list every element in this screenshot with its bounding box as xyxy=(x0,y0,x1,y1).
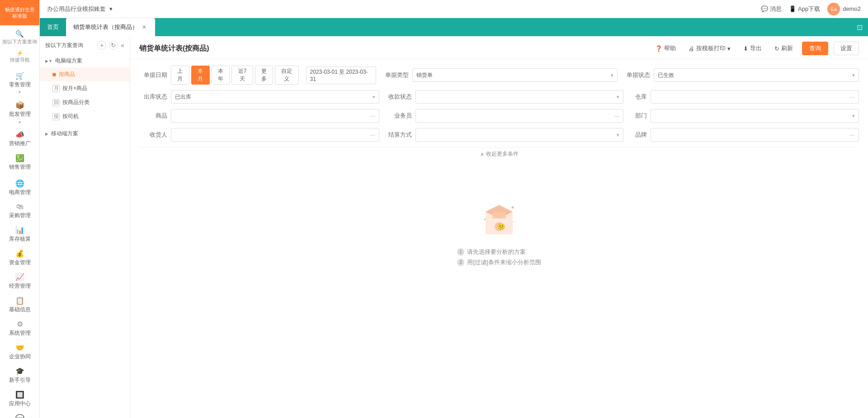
sidebar-item-inventory-label: 库存核算 xyxy=(9,235,31,243)
sidebar-item-finance[interactable]: 💰 资金管理 xyxy=(0,246,39,269)
sidebar-item-inventory[interactable]: 📊 库存核算 xyxy=(0,222,39,246)
industry-dropdown-icon[interactable]: ▾ xyxy=(109,5,113,12)
sidebar-quick-nav[interactable]: ⚡ 快捷导航 xyxy=(0,47,39,66)
app-logo[interactable]: 畅捷通好生意 标准版 xyxy=(0,0,40,25)
empty-step-1: 1 请先选择要分析的方案 xyxy=(457,247,541,257)
sidebar-item-system[interactable]: ⚙ 系统管理 xyxy=(0,316,39,340)
collapse-panel-btn[interactable]: « xyxy=(121,42,124,49)
scheme-item-by-month-product-label: 按月+商品 xyxy=(62,85,87,92)
user-profile-btn[interactable]: Ea demo2 xyxy=(827,3,861,15)
sidebar-item-app-center[interactable]: 🔲 应用中心 xyxy=(0,387,39,410)
right-content: 销货单统计表(按商品) ❓ 帮助 🖨 按模板打印 ▾ ⬇ 导出 xyxy=(130,36,868,418)
sales-stat-tab-label: 销货单统计表（按商品） xyxy=(73,23,138,31)
date-this-year-btn[interactable]: 本年 xyxy=(212,66,230,85)
filter-row-1: 单据日期 上月 本月 本年 近7天 更多 自定义 2023-03-01 至 20… xyxy=(139,66,859,85)
sidebar-search[interactable]: 🔍 按以下方案查询 xyxy=(0,25,39,47)
scheme-item-by-category-label: 按商品分类 xyxy=(62,99,90,106)
sidebar-item-wholesale[interactable]: 📦 批发管理 ▴ xyxy=(0,97,39,127)
salesman-select[interactable]: ··· xyxy=(415,109,624,123)
payment-method-select[interactable] xyxy=(415,128,624,142)
type-filter-wrap: 销货单 xyxy=(412,68,618,82)
message-icon: 💬 xyxy=(761,5,768,12)
product-wrap: ··· xyxy=(171,109,379,123)
ecom-icon: 🌐 xyxy=(15,179,24,188)
pc-section-title[interactable]: ▼ 电脑端方案 xyxy=(40,54,130,67)
svg-text:✦: ✦ xyxy=(513,221,515,223)
sidebar-item-retail[interactable]: 🛒 零售管理 ▾ xyxy=(0,68,39,97)
sidebar-item-ecom[interactable]: 🌐 电商管理 xyxy=(0,176,39,199)
tab-home[interactable]: 首页 xyxy=(40,18,66,36)
sidebar-item-cooperation[interactable]: 🤝 企业协同 xyxy=(0,340,39,363)
month-product-icon: 月 xyxy=(52,85,60,92)
type-filter-select[interactable]: 销货单 xyxy=(412,68,618,82)
date-range-display[interactable]: 2023-03-01 至 2023-03-31 xyxy=(306,66,376,84)
date-7days-btn[interactable]: 近7天 xyxy=(231,66,253,85)
scheme-item-by-driver[interactable]: 按 按司机 xyxy=(40,109,130,124)
sales-icon: 💹 xyxy=(15,154,24,162)
export-btn[interactable]: ⬇ 导出 xyxy=(740,43,765,54)
wechat-icon: 💬 xyxy=(15,414,24,418)
filter-row-4: 收货人 ··· 结算方式 品牌 xyxy=(139,128,859,142)
help-btn[interactable]: ❓ 帮助 xyxy=(651,43,679,54)
tab-expand-btn[interactable]: ⊡ xyxy=(851,23,868,32)
logo-text: 畅捷通好生意 标准版 xyxy=(5,6,35,19)
receive-status-wrap xyxy=(415,90,624,104)
tab-close-btn[interactable]: ✕ xyxy=(141,24,148,31)
sidebar-item-purchase[interactable]: 🛍 采购管理 xyxy=(0,199,39,222)
sidebar-item-basic-info[interactable]: 📋 基础信息 xyxy=(0,293,39,316)
sidebar-item-operations[interactable]: 📈 经营管理 xyxy=(0,269,39,293)
scheme-item-by-category[interactable]: 回 按商品分类 xyxy=(40,95,130,109)
payment-method-wrap xyxy=(415,128,624,142)
sidebar-item-sales[interactable]: 💹 销售管理 xyxy=(0,150,39,174)
warehouse-select[interactable]: ··· xyxy=(651,90,859,104)
template-print-btn[interactable]: 🖨 按模板打印 ▾ xyxy=(685,43,734,54)
type-filter-label: 单据类型 xyxy=(376,71,412,79)
mobile-section-title[interactable]: ▶ 移动端方案 xyxy=(40,127,130,140)
settings-btn[interactable]: 设置 xyxy=(834,42,859,55)
product-select[interactable]: ··· xyxy=(171,109,379,123)
user-avatar: Ea xyxy=(827,3,840,15)
top-header: 办公用品行业模拟账套 ▾ 💬 消息 📱 App下载 Ea demo2 xyxy=(40,0,868,18)
status-filter-wrap: 已生效 xyxy=(654,68,859,82)
empty-icon: 😕 ✦ ✦ ✦ xyxy=(476,196,522,241)
settings-label: 设置 xyxy=(840,45,852,52)
receive-status-select[interactable] xyxy=(415,90,624,104)
brand-select[interactable]: ··· xyxy=(651,128,859,142)
tab-sales-stat[interactable]: 销货单统计表（按商品） ✕ xyxy=(66,18,155,36)
date-last-month-btn[interactable]: 上月 xyxy=(171,66,189,85)
pc-section-label: 电脑端方案 xyxy=(55,57,82,65)
collapse-up-icon: ∧ xyxy=(480,151,484,157)
app-download-btn[interactable]: 📱 App下载 xyxy=(789,5,820,13)
query-btn[interactable]: 查询 xyxy=(802,42,828,55)
out-status-select[interactable]: 已出库 xyxy=(171,90,379,104)
sidebar-item-wechat[interactable]: 💬 企业微信 xyxy=(0,410,39,418)
filter-row-2: 出库状态 已出库 收款状态 仓库 xyxy=(139,90,859,104)
industry-name: 办公用品行业模拟账套 xyxy=(47,5,106,13)
date-filter-label: 单据日期 xyxy=(139,71,171,79)
date-custom-btn[interactable]: 自定义 xyxy=(275,66,298,85)
date-this-month-btn[interactable]: 本月 xyxy=(191,66,210,85)
message-btn[interactable]: 💬 消息 xyxy=(761,5,782,13)
date-more-btn[interactable]: 更多 xyxy=(255,66,274,85)
retail-icon: 🛒 xyxy=(15,71,24,80)
add-scheme-btn[interactable]: + xyxy=(97,41,106,50)
refresh-scheme-btn[interactable]: ↻ xyxy=(109,41,118,50)
status-filter-select[interactable]: 已生效 xyxy=(654,68,859,82)
cooperation-icon: 🤝 xyxy=(15,343,24,352)
receiver-select[interactable]: ··· xyxy=(171,128,379,142)
user-name: demo2 xyxy=(843,5,861,12)
collapse-filter-btn[interactable]: ∧ 收起更多条件 xyxy=(139,147,859,162)
dept-select[interactable] xyxy=(651,109,859,123)
sidebar-item-marketing[interactable]: 📣 营销推广 xyxy=(0,127,39,150)
scheme-item-by-driver-label: 按司机 xyxy=(62,113,79,120)
refresh-btn[interactable]: ↻ 刷新 xyxy=(771,43,797,54)
receiver-label: 收货人 xyxy=(139,131,171,139)
mobile-section-arrow: ▶ xyxy=(45,132,48,136)
dept-wrap xyxy=(651,109,859,123)
page-title: 销货单统计表(按商品) xyxy=(139,44,209,53)
warehouse-dots: ··· xyxy=(849,93,855,100)
sidebar-item-guide[interactable]: 🎓 新手引导 xyxy=(0,363,39,387)
scheme-item-by-product[interactable]: 按商品 xyxy=(40,67,130,81)
mobile-section-label: 移动端方案 xyxy=(51,130,78,138)
scheme-item-by-month-product[interactable]: 月 按月+商品 xyxy=(40,81,130,95)
